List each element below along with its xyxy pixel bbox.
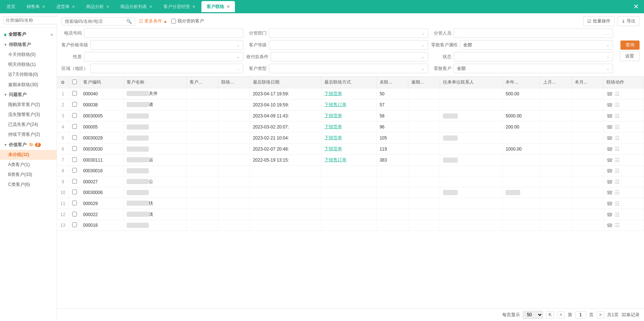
sidebar-item-abnormal[interactable]: 囤购异常客户(2) bbox=[0, 100, 57, 110]
more-action-icon[interactable]: ☷ bbox=[615, 102, 620, 108]
cell-last-method[interactable] bbox=[321, 166, 376, 176]
cell-last-method[interactable] bbox=[321, 187, 376, 198]
my-customers-checkbox[interactable]: 我分管的客户 bbox=[171, 18, 204, 24]
tab-product-list[interactable]: 商品分析列表 ✕ bbox=[115, 1, 158, 12]
tab-product-analysis-close[interactable]: ✕ bbox=[106, 4, 109, 9]
cell-check[interactable] bbox=[69, 110, 80, 121]
cell-last-method[interactable]: 下销货单 bbox=[321, 88, 376, 99]
more-action-icon[interactable]: ☷ bbox=[615, 201, 620, 207]
contact-action-icon[interactable]: ☎ bbox=[606, 135, 613, 141]
tab-product-analysis[interactable]: 商品分析 ✕ bbox=[81, 1, 115, 12]
status-select[interactable]: ⌄ bbox=[454, 52, 613, 61]
contact-action-icon[interactable]: ☎ bbox=[606, 201, 613, 207]
cell-check[interactable] bbox=[69, 187, 80, 198]
more-action-icon[interactable]: ☷ bbox=[615, 146, 620, 152]
col-company-contact[interactable]: 往来单位联系人 bbox=[440, 77, 503, 88]
price-level-select[interactable]: ⌄ bbox=[90, 40, 243, 50]
nature-select[interactable]: ⌄ bbox=[84, 52, 243, 61]
tab-sales[interactable]: 销售单 ✕ bbox=[21, 1, 50, 12]
tab-sales-close[interactable]: ✕ bbox=[42, 4, 45, 9]
next-page-btn[interactable]: > bbox=[597, 311, 604, 318]
cell-check[interactable] bbox=[69, 88, 80, 99]
sidebar-item-overdue-pending[interactable]: 逾期未联络(30) bbox=[0, 80, 57, 90]
more-action-icon[interactable]: ☷ bbox=[615, 135, 620, 141]
pending-group[interactable]: ▼ 待联络客户 bbox=[0, 40, 57, 50]
contact-action-icon[interactable]: ☎ bbox=[606, 91, 613, 97]
sidebar-item-class-a[interactable]: A类客户(1) bbox=[0, 160, 57, 170]
phone-input[interactable] bbox=[84, 28, 243, 38]
row-checkbox[interactable] bbox=[72, 146, 77, 151]
more-action-icon[interactable]: ☷ bbox=[615, 212, 620, 218]
filter-search-icon[interactable]: 🔍 bbox=[126, 19, 132, 24]
row-checkbox[interactable] bbox=[72, 201, 77, 205]
row-checkbox[interactable] bbox=[72, 157, 77, 162]
sidebar-item-churn-warning[interactable]: 流失预警客户(3) bbox=[0, 110, 57, 120]
contact-action-icon[interactable]: ☎ bbox=[606, 124, 613, 130]
person-select[interactable]: ... bbox=[454, 28, 613, 38]
cell-check[interactable] bbox=[69, 133, 80, 144]
cell-last-method[interactable] bbox=[321, 209, 376, 220]
cell-last-method[interactable]: 下销售订单 bbox=[321, 155, 376, 166]
row-checkbox[interactable] bbox=[72, 102, 77, 107]
window-close-button[interactable]: ✕ bbox=[630, 3, 643, 11]
query-button[interactable]: 查询 bbox=[620, 40, 640, 50]
cell-check[interactable] bbox=[69, 220, 80, 231]
sidebar-item-ungroup[interactable]: 未分组(32) bbox=[0, 150, 57, 160]
row-checkbox[interactable] bbox=[72, 91, 77, 96]
problem-group[interactable]: ▼ 问题客户 bbox=[0, 90, 57, 100]
my-customers-check[interactable] bbox=[171, 19, 176, 24]
retail-attr-select[interactable]: 全部 ⌄ bbox=[460, 40, 613, 50]
more-action-icon[interactable]: ☷ bbox=[615, 91, 620, 97]
cell-check[interactable] bbox=[69, 209, 80, 220]
col-this-year[interactable]: 本年... bbox=[503, 77, 540, 88]
payment-select[interactable]: ⌄ bbox=[271, 52, 428, 61]
row-checkbox[interactable] bbox=[72, 135, 77, 140]
tab-home[interactable]: 首页 bbox=[1, 1, 21, 12]
current-page-input[interactable] bbox=[575, 311, 586, 318]
filter-search-input[interactable] bbox=[65, 19, 126, 24]
batch-ops-btn[interactable]: ☑ 批量操作 bbox=[583, 16, 615, 26]
more-action-icon[interactable]: ☷ bbox=[615, 168, 620, 174]
tab-customer-stratify-close[interactable]: ✕ bbox=[192, 4, 196, 9]
sidebar-item-today-pending[interactable]: 今天待联络(0) bbox=[0, 50, 57, 60]
row-checkbox[interactable] bbox=[72, 212, 77, 216]
cell-last-method[interactable]: 下销货单 bbox=[321, 133, 376, 144]
col-type[interactable]: 客户... bbox=[186, 77, 218, 88]
row-checkbox[interactable] bbox=[72, 190, 77, 194]
page-size-select[interactable]: 50 100 200 bbox=[523, 311, 543, 319]
row-checkbox[interactable] bbox=[72, 113, 77, 118]
col-last-month[interactable]: 上月... bbox=[540, 77, 572, 88]
col-contact[interactable]: 联络... bbox=[218, 77, 250, 88]
cell-check[interactable] bbox=[69, 176, 80, 187]
tab-purchase[interactable]: 进货单 ✕ bbox=[51, 1, 80, 12]
sidebar-item-class-b[interactable]: B类客户(33) bbox=[0, 170, 57, 180]
cell-check[interactable] bbox=[69, 166, 80, 176]
row-checkbox[interactable] bbox=[72, 168, 77, 173]
all-customers-header[interactable]: ∎ 全部客户 « bbox=[0, 29, 57, 40]
contact-action-icon[interactable]: ☎ bbox=[606, 146, 613, 152]
sidebar-collapse-btn[interactable]: « bbox=[50, 32, 53, 37]
row-checkbox[interactable] bbox=[72, 222, 77, 227]
tab-customer-contact-close[interactable]: ✕ bbox=[226, 4, 230, 9]
export-btn[interactable]: ⇓ 导出 bbox=[617, 16, 640, 26]
sidebar-item-tomorrow-pending[interactable]: 明天待联络(1) bbox=[0, 60, 57, 70]
cell-last-method[interactable]: 下销货单 bbox=[321, 121, 376, 133]
tab-customer-stratify[interactable]: 客户分层经营 ✕ bbox=[158, 1, 201, 12]
reset-button[interactable]: 设置 bbox=[620, 51, 640, 61]
value-group[interactable]: ▼ 价值客户 ↻ F bbox=[0, 140, 57, 150]
col-no-contact[interactable]: 未联... bbox=[376, 77, 408, 88]
col-code[interactable]: 客户编码 bbox=[80, 77, 124, 88]
contact-action-icon[interactable]: ☎ bbox=[606, 157, 613, 163]
row-checkbox[interactable] bbox=[72, 179, 77, 184]
cell-check[interactable] bbox=[69, 144, 80, 155]
more-action-icon[interactable]: ☷ bbox=[615, 113, 620, 119]
contact-action-icon[interactable]: ☎ bbox=[606, 168, 613, 174]
more-action-icon[interactable]: ☷ bbox=[615, 157, 620, 163]
tab-purchase-close[interactable]: ✕ bbox=[72, 4, 75, 9]
cell-check[interactable] bbox=[69, 155, 80, 166]
more-action-icon[interactable]: ☷ bbox=[615, 124, 620, 130]
cell-last-method[interactable] bbox=[321, 220, 376, 231]
col-last-method[interactable]: 最后联络方式 bbox=[321, 77, 376, 88]
col-last-date[interactable]: 最后联络日期 bbox=[250, 77, 321, 88]
settings-th[interactable]: ⚙ bbox=[57, 77, 69, 88]
